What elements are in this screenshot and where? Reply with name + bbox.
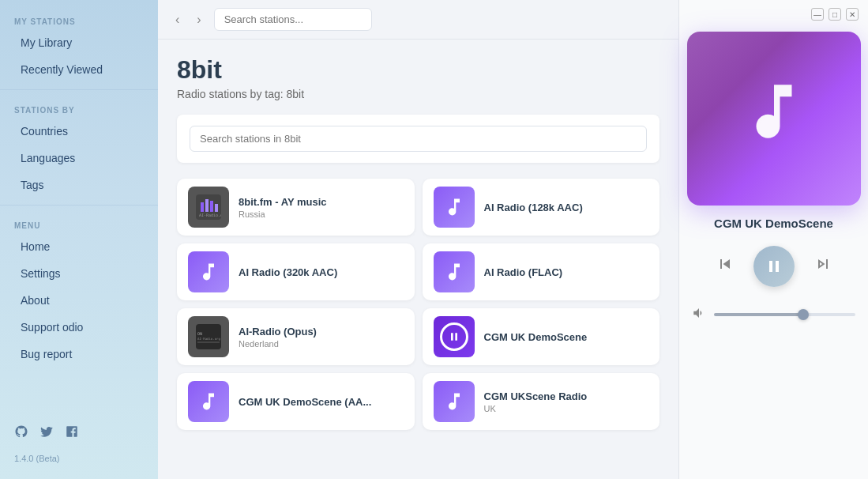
now-playing-title: CGM UK DemoScene (701, 217, 846, 230)
facebook-icon[interactable] (65, 424, 79, 443)
content-area: 8bit Radio stations by tag: 8bit AI-Radi… (158, 40, 678, 479)
twitter-icon[interactable] (39, 424, 54, 443)
station-name: AI Radio (320k AAC) (239, 266, 404, 278)
sidebar-item-recently-viewed[interactable]: Recently Viewed (6, 57, 152, 82)
sidebar-divider-2 (0, 205, 158, 206)
station-info: CGM UKScene Radio UK (484, 390, 649, 413)
page-title: 8bit (177, 55, 659, 85)
station-card[interactable]: CGM UK DemoScene (423, 308, 660, 365)
main-content: ‹ › 8bit Radio stations by tag: 8bit (158, 0, 678, 479)
station-card[interactable]: ON AI-Radio.org AI-Radio (Opus) Nederlan… (177, 308, 415, 365)
back-button[interactable]: ‹ (171, 9, 184, 30)
station-card[interactable]: CGM UK DemoScene (AA... (177, 373, 415, 430)
sidebar-item-support[interactable]: Support odio (6, 315, 152, 340)
station-thumbnail (188, 251, 229, 292)
sidebar-item-bug-report[interactable]: Bug report (6, 341, 152, 367)
station-card[interactable]: CGM UKScene Radio UK (423, 373, 660, 430)
station-thumbnail (434, 251, 475, 292)
window-controls: — □ ✕ (811, 8, 859, 21)
station-info: CGM UK DemoScene (484, 331, 649, 343)
station-name: AI-Radio (Opus) (239, 326, 404, 338)
station-name: CGM UK DemoScene (AA... (239, 396, 404, 408)
topbar: ‹ › (158, 0, 678, 40)
station-card[interactable]: AI Radio (128k AAC) (423, 179, 660, 236)
svg-rect-4 (215, 204, 218, 212)
station-name: 8bit.fm - AY music (239, 196, 404, 208)
volume-row (679, 306, 868, 323)
station-info: CGM UK DemoScene (AA... (239, 396, 404, 408)
sidebar-item-about[interactable]: About (6, 288, 152, 313)
station-card[interactable]: AI-Radio.org 8bit.fm - AY music Russia (177, 179, 415, 236)
social-links (0, 417, 158, 451)
svg-rect-3 (210, 201, 213, 212)
svg-rect-9 (197, 341, 220, 343)
app-version: 1.4.0 (Beta) (0, 451, 158, 471)
music-note-icon (738, 76, 810, 162)
forward-button[interactable]: › (192, 9, 205, 30)
menu-section-label: MENU (0, 212, 158, 233)
station-thumbnail (434, 316, 475, 357)
album-art (687, 32, 861, 206)
svg-rect-2 (205, 199, 209, 212)
volume-thumb (798, 309, 809, 320)
station-thumbnail: AI-Radio.org (188, 187, 229, 228)
station-name: AI Radio (FLAC) (484, 266, 649, 278)
close-button[interactable]: ✕ (846, 8, 859, 21)
station-thumbnail (434, 187, 475, 228)
svg-text:ON: ON (197, 331, 202, 336)
station-country: UK (484, 404, 649, 413)
station-name: CGM UK DemoScene (484, 331, 649, 343)
station-info: 8bit.fm - AY music Russia (239, 196, 404, 219)
sidebar-item-settings[interactable]: Settings (6, 261, 152, 286)
player-controls (712, 246, 836, 287)
search-input-top[interactable] (214, 8, 372, 31)
minimize-button[interactable]: — (811, 8, 824, 21)
station-info: AI Radio (FLAC) (484, 266, 649, 278)
sidebar-divider-1 (0, 89, 158, 90)
station-thumbnail (188, 381, 229, 422)
next-button[interactable] (810, 251, 836, 281)
svg-text:AI-Radio.org: AI-Radio.org (197, 337, 220, 341)
maximize-button[interactable]: □ (829, 8, 841, 21)
sidebar-item-countries[interactable]: Countries (6, 119, 152, 144)
station-name: AI Radio (128k AAC) (484, 202, 649, 213)
svg-text:AI-Radio.org: AI-Radio.org (199, 213, 221, 218)
github-icon[interactable] (14, 424, 28, 443)
sidebar-item-my-library[interactable]: My Library (6, 30, 152, 55)
previous-button[interactable] (712, 251, 738, 281)
station-info: AI-Radio (Opus) Nederland (239, 326, 404, 349)
station-info: AI Radio (128k AAC) (484, 202, 649, 213)
my-stations-section-label: MY STATIONS (0, 8, 158, 29)
sidebar-item-tags[interactable]: Tags (6, 172, 152, 198)
station-card[interactable]: AI Radio (320k AAC) (177, 243, 415, 300)
volume-slider[interactable] (714, 313, 855, 316)
search-input-stations[interactable] (190, 126, 647, 152)
station-card[interactable]: AI Radio (FLAC) (423, 243, 660, 300)
search-container (177, 115, 659, 163)
page-subtitle: Radio stations by tag: 8bit (177, 88, 659, 100)
station-thumbnail (434, 381, 475, 422)
stations-by-section-label: STATIONS BY (0, 96, 158, 118)
pause-icon (440, 322, 468, 351)
stations-grid: AI-Radio.org 8bit.fm - AY music Russia A… (177, 179, 659, 430)
play-pause-button[interactable] (753, 246, 795, 287)
svg-rect-1 (201, 202, 204, 212)
station-name: CGM UKScene Radio (484, 390, 649, 402)
player-panel: — □ ✕ CGM UK DemoScene (678, 0, 868, 479)
sidebar-item-languages[interactable]: Languages (6, 145, 152, 171)
sidebar: MY STATIONS My Library Recently Viewed S… (0, 0, 158, 479)
station-country: Russia (239, 209, 404, 219)
station-thumbnail: ON AI-Radio.org (188, 316, 229, 357)
sidebar-item-home[interactable]: Home (6, 234, 152, 259)
volume-icon (692, 306, 706, 323)
station-info: AI Radio (320k AAC) (239, 266, 404, 278)
station-country: Nederland (239, 339, 404, 349)
